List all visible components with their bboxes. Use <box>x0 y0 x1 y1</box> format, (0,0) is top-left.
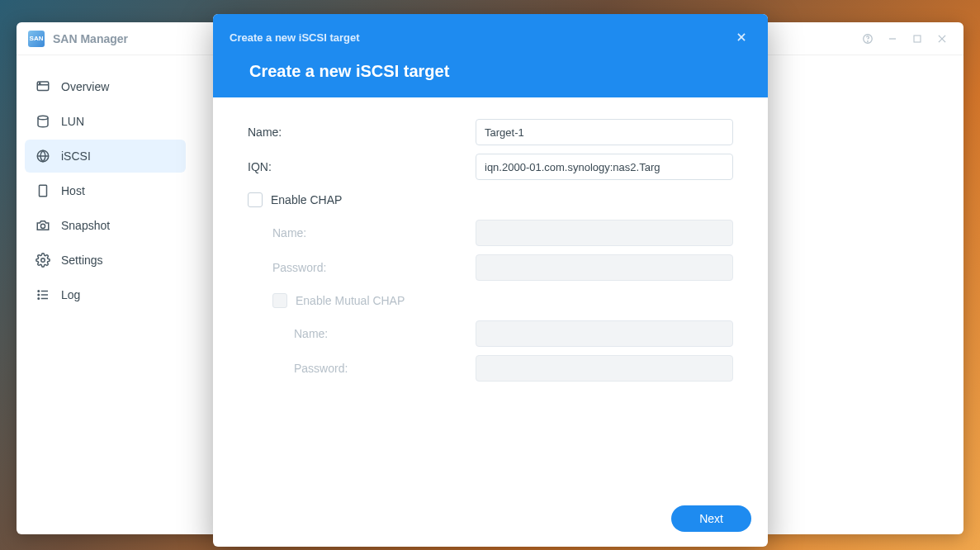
maximize-button[interactable] <box>907 29 927 49</box>
svg-point-9 <box>38 116 48 120</box>
svg-point-13 <box>40 224 45 228</box>
chap-password-label: Password: <box>272 261 476 274</box>
name-input[interactable] <box>476 119 733 145</box>
next-button[interactable]: Next <box>671 505 751 532</box>
app-icon: SAN <box>28 31 45 47</box>
sidebar-item-label: Log <box>61 288 80 301</box>
sidebar: Overview LUN iSCSI Host <box>17 55 194 534</box>
sidebar-item-log[interactable]: Log <box>25 278 186 311</box>
close-app-button[interactable] <box>932 29 952 49</box>
mutual-chap-name-input <box>476 320 733 347</box>
enable-chap-label[interactable]: Enable CHAP <box>271 193 342 206</box>
sidebar-item-label: Host <box>61 184 85 197</box>
list-icon <box>35 287 51 303</box>
sidebar-item-snapshot[interactable]: Snapshot <box>25 209 186 242</box>
dialog-title: Create a new iSCSI target <box>230 62 751 81</box>
create-iscsi-target-dialog: Create a new iSCSI target Create a new i… <box>213 14 768 547</box>
camera-icon <box>35 217 51 234</box>
mutual-chap-password-label: Password: <box>294 362 476 375</box>
gear-icon <box>35 252 51 268</box>
dialog-body: Name: IQN: Enable CHAP Name: Password: E… <box>213 97 768 494</box>
close-dialog-button[interactable] <box>731 27 751 47</box>
enable-chap-checkbox[interactable] <box>248 192 263 207</box>
iqn-label: IQN: <box>248 160 476 173</box>
mutual-chap-password-input <box>476 355 733 382</box>
name-label: Name: <box>248 126 476 139</box>
overview-icon <box>35 78 51 95</box>
chap-name-input <box>476 220 733 246</box>
enable-mutual-chap-label: Enable Mutual CHAP <box>296 294 405 307</box>
lun-icon <box>35 113 51 130</box>
iqn-input[interactable] <box>476 154 733 180</box>
svg-point-14 <box>41 258 45 263</box>
app-title: SAN Manager <box>53 32 128 45</box>
svg-rect-3 <box>914 36 921 42</box>
enable-mutual-chap-checkbox <box>272 293 287 308</box>
svg-point-19 <box>38 294 40 296</box>
sidebar-item-label: iSCSI <box>61 149 91 163</box>
sidebar-item-lun[interactable]: LUN <box>25 105 186 138</box>
sidebar-item-overview[interactable]: Overview <box>25 70 186 103</box>
dialog-breadcrumb: Create a new iSCSI target <box>230 31 360 44</box>
chap-name-label: Name: <box>272 226 476 239</box>
sidebar-item-host[interactable]: Host <box>25 174 186 207</box>
sidebar-item-label: Snapshot <box>61 219 110 232</box>
mutual-chap-name-label: Name: <box>294 327 476 340</box>
svg-point-8 <box>40 83 40 83</box>
host-icon <box>35 183 51 199</box>
svg-point-18 <box>38 291 40 292</box>
svg-rect-11 <box>40 185 47 197</box>
dialog-header: Create a new iSCSI target Create a new i… <box>213 14 768 97</box>
sidebar-item-iscsi[interactable]: iSCSI <box>25 140 186 173</box>
help-button[interactable] <box>858 29 878 49</box>
globe-icon <box>35 148 51 164</box>
sidebar-item-label: LUN <box>61 115 84 128</box>
minimize-button[interactable] <box>883 29 902 49</box>
svg-point-1 <box>868 40 869 41</box>
chap-password-input <box>476 254 733 281</box>
dialog-footer: Next <box>213 494 768 547</box>
sidebar-item-settings[interactable]: Settings <box>25 244 186 277</box>
svg-point-20 <box>38 298 40 300</box>
sidebar-item-label: Overview <box>61 80 109 93</box>
sidebar-item-label: Settings <box>61 254 103 267</box>
